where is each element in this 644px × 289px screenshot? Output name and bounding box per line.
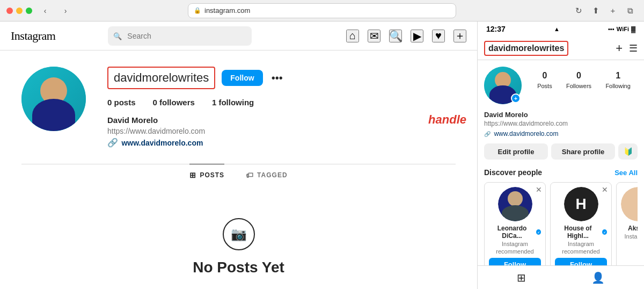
mobile-bottom-nav: ⊞ 👤 — [478, 265, 644, 289]
profile-header: davidmorelowrites Follow ••• 0 posts 0 f… — [21, 67, 456, 148]
explore-icon[interactable]: 🔍 — [389, 30, 402, 42]
discover-card-house: ✕ H House of Highl... ✓ Instagram recomm… — [550, 182, 612, 265]
mobile-posts-label: Posts — [537, 83, 552, 89]
minimize-traffic-light[interactable] — [16, 8, 23, 14]
grid-icon: ⊞ — [517, 271, 526, 284]
house-avatar: H — [564, 187, 598, 221]
mobile-link-icon: 🔗 — [484, 131, 491, 137]
tabs-button[interactable]: ⧉ — [623, 3, 638, 18]
tagged-tab-label: TAGGED — [257, 171, 287, 179]
house-sub2: recommended — [555, 248, 607, 255]
forward-button[interactable]: › — [58, 3, 73, 18]
reels-icon[interactable]: ▶ — [411, 30, 423, 42]
mobile-posts-stat: 0 Posts — [537, 71, 552, 90]
no-posts-section: 📷 No Posts Yet — [21, 186, 456, 289]
more-options-button[interactable]: ••• — [269, 72, 285, 84]
notifications-icon[interactable]: ♥ — [432, 30, 445, 42]
mobile-stats: 0 Posts 0 Followers 1 Following — [530, 67, 638, 90]
mobile-add-badge[interactable]: + — [511, 93, 521, 103]
mobile-profile-url-gray: https://www.davidmorelo.com — [484, 120, 638, 127]
ig-header: Instagram 🔍 ⌂ ✉ 🔍 ▶ ♥ ＋ — [0, 21, 477, 50]
aksha-name: Aksha — [621, 225, 638, 232]
refresh-button[interactable]: ↻ — [571, 3, 586, 18]
posts-label: posts — [114, 98, 136, 107]
leo-avatar-image — [498, 187, 532, 221]
avatar-image — [21, 67, 86, 131]
mobile-profile-url-link[interactable]: www.davidmorelo.com — [494, 130, 558, 138]
profile-nav-icon: 👤 — [591, 271, 605, 284]
profile-username-row: davidmorelowrites Follow ••• — [107, 67, 456, 89]
instagram-logo: Instagram — [11, 29, 55, 43]
mobile-username: davidmorelowrites — [488, 44, 564, 53]
profile-website-link-wrapper: 🔗 www.davidmorelo.com — [107, 138, 456, 148]
leo-avatar — [498, 187, 532, 221]
home-icon[interactable]: ⌂ — [346, 30, 359, 42]
profile-website-link[interactable]: www.davidmorelo.com — [121, 139, 203, 147]
archive-icon: 🔰 — [624, 147, 633, 156]
aksha-avatar — [621, 187, 638, 221]
status-icons: ▪▪▪ WiFi ▓ — [608, 26, 635, 32]
profile-full-name: David Morelo — [107, 115, 456, 125]
browser-actions: ↻ ⬆ + ⧉ — [571, 3, 638, 18]
create-icon[interactable]: ＋ — [453, 30, 466, 42]
follow-button[interactable]: Follow — [222, 70, 262, 86]
tagged-tab-icon: 🏷 — [246, 171, 254, 179]
mobile-add-button[interactable]: + — [616, 41, 623, 55]
search-container: 🔍 — [108, 26, 252, 46]
mobile-following-stat: 1 Following — [605, 71, 630, 90]
follow-house-button[interactable]: Follow — [555, 258, 607, 265]
mobile-actions: Edit profile Share profile 🔰 — [484, 143, 638, 160]
wifi-icon: WiFi — [617, 26, 629, 32]
ig-header-right: ⌂ ✉ 🔍 ▶ ♥ ＋ — [346, 30, 466, 42]
mobile-following-count: 1 — [605, 71, 630, 81]
profile-username: davidmorelowrites — [114, 71, 209, 84]
posts-tab-icon: ⊞ — [189, 171, 196, 179]
maximize-traffic-light[interactable] — [26, 8, 32, 14]
back-button[interactable]: ‹ — [38, 3, 53, 18]
mobile-profile-name: David Morelo — [484, 111, 638, 119]
messages-icon[interactable]: ✉ — [368, 30, 380, 42]
see-all-link[interactable]: See All — [614, 169, 638, 177]
no-posts-title: No Posts Yet — [193, 259, 284, 276]
close-card-house[interactable]: ✕ — [602, 186, 608, 193]
edit-profile-button[interactable]: Edit profile — [484, 143, 548, 160]
link-icon: 🔗 — [107, 138, 118, 148]
search-icon: 🔍 — [113, 32, 122, 40]
profile-tabs: ⊞ POSTS 🏷 TAGGED — [21, 164, 456, 186]
profile-info: davidmorelowrites Follow ••• 0 posts 0 f… — [107, 67, 456, 148]
archive-button[interactable]: 🔰 — [618, 143, 638, 160]
discover-cards: ✕ Leonardo DiCa... ✓ Instagram recommend… — [484, 182, 638, 265]
mobile-grid-nav[interactable]: ⊞ — [510, 269, 532, 286]
share-profile-button[interactable]: Share profile — [551, 143, 615, 160]
mobile-profile-top: + 0 Posts 0 Followers 1 — [484, 67, 638, 104]
address-bar[interactable]: 🔒 instagram.com — [188, 3, 456, 18]
instagram-desktop: Instagram 🔍 ⌂ ✉ 🔍 ▶ ♥ ＋ — [0, 21, 478, 289]
mobile-ig-header: davidmorelowrites + ☰ — [478, 37, 644, 60]
status-time: 12:37 — [486, 25, 506, 33]
battery-icon: ▓ — [631, 26, 635, 32]
leo-sub1: Instagram — [489, 241, 541, 247]
lock-icon: 🔒 — [194, 7, 201, 14]
mobile-posts-count: 0 — [537, 71, 552, 81]
close-card-leo[interactable]: ✕ — [536, 186, 542, 193]
search-input[interactable] — [108, 26, 252, 46]
mobile-profile-nav[interactable]: 👤 — [585, 269, 611, 286]
tagged-tab[interactable]: 🏷 TAGGED — [246, 164, 287, 186]
navigation-icon: ▲ — [554, 26, 560, 32]
mobile-followers-count: 0 — [566, 71, 591, 81]
profile-stats: 0 posts 0 followers 1 following — [107, 98, 456, 107]
profile-username-box: davidmorelowrites — [107, 67, 215, 89]
following-count: 1 — [212, 98, 216, 107]
following-label: following — [218, 98, 254, 107]
follow-leo-button[interactable]: Follow — [489, 258, 541, 265]
traffic-lights — [6, 8, 32, 14]
profile-website-gray: https://www.davidmorelo.com — [107, 127, 456, 135]
posts-tab[interactable]: ⊞ POSTS — [189, 164, 224, 186]
new-tab-button[interactable]: + — [605, 3, 620, 18]
profile-avatar — [21, 67, 86, 131]
mobile-menu-button[interactable]: ☰ — [629, 42, 638, 54]
mobile-followers-label: Followers — [566, 83, 591, 89]
discover-header: Discover people See All — [484, 168, 638, 177]
close-traffic-light[interactable] — [6, 8, 13, 14]
share-button[interactable]: ⬆ — [588, 3, 603, 18]
